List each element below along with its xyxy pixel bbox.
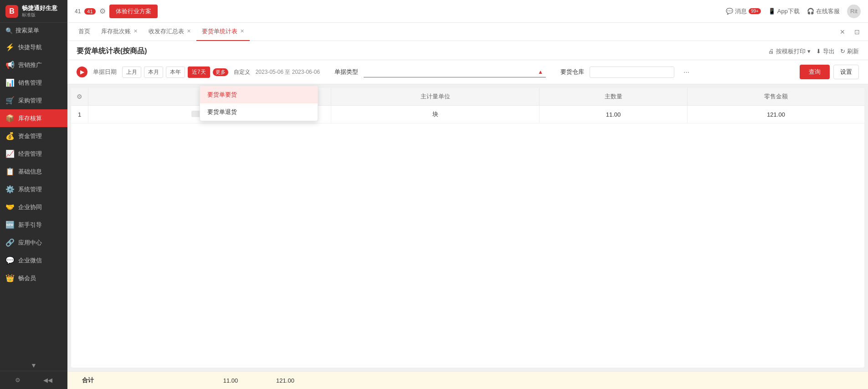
print-icon: 🖨 [768, 48, 774, 55]
print-dropdown-icon: ▾ [807, 48, 811, 55]
enterprise-icon: 🤝 [5, 203, 15, 211]
type-filter-arrow-icon[interactable]: ▲ [538, 69, 543, 75]
collapse-icon[interactable]: ◀◀ [41, 375, 54, 385]
user-avatar[interactable]: Rit [847, 5, 861, 18]
sidebar-scroll-down[interactable]: ▼ [0, 360, 67, 371]
query-btn[interactable]: 查询 [800, 65, 830, 79]
sidebar-item-label: 经营管理 [18, 150, 42, 158]
th-unit: 主计量单位 [331, 88, 539, 106]
print-btn[interactable]: 🖨 按模板打印 ▾ [768, 47, 811, 56]
main-area: 41 41 ⚙ 体验行业方案 💬 消息 99+ 📱 App下载 🎧 在线客服 R… [67, 0, 868, 389]
data-table-area: ⚙ 商品 主计量单位 主数量 零售金额 1 [71, 88, 864, 368]
footer-quantity: 11.00 [203, 377, 258, 384]
topbar-right: 💬 消息 99+ 📱 App下载 🎧 在线客服 Rit [726, 5, 861, 18]
sidebar-item-label: 企业协同 [18, 203, 42, 211]
tab-demand-close[interactable]: ✕ [240, 28, 244, 34]
filter-expand-btn[interactable]: ▶ [77, 67, 87, 77]
finance-icon: 💰 [5, 132, 15, 140]
more-dates-badge[interactable]: 更多 [213, 68, 228, 76]
sidebar-item-label: 基础信息 [18, 168, 42, 176]
sidebar-item-wechat[interactable]: 💬 企业微信 [0, 251, 67, 269]
user-name: Rit [850, 8, 858, 15]
shortcuts-icon: ⚡ [5, 43, 15, 51]
sidebar-search[interactable]: 🔍 搜索菜单 [0, 23, 67, 38]
sidebar-item-member[interactable]: 👑 畅会员 [0, 269, 67, 287]
refresh-label: 刷新 [847, 47, 859, 56]
topbar-count-badge: 41 [84, 8, 95, 15]
tab-summary[interactable]: 收发存汇总表 ✕ [143, 23, 196, 41]
tab-maximize-window[interactable]: ⊡ [852, 27, 863, 36]
topbar-gear-icon[interactable]: ⚙ [99, 7, 106, 15]
sidebar-item-operations[interactable]: 📈 经营管理 [0, 145, 67, 163]
sidebar-item-label: 营销推广 [18, 61, 42, 69]
refresh-icon: ↻ [840, 48, 845, 55]
tabs-end: ✕ ⊡ [837, 27, 863, 36]
sidebar-item-system[interactable]: ⚙️ 系统管理 [0, 180, 67, 198]
export-btn[interactable]: ⬇ 导出 [816, 47, 835, 56]
sidebar-item-label: 快捷导航 [18, 43, 42, 51]
date-btn-7days[interactable]: 近7天 [188, 67, 210, 78]
sidebar-item-basics[interactable]: 📋 基础信息 [0, 163, 67, 180]
logo-text: 畅捷通好生意 标准版 [22, 5, 57, 18]
sidebar-item-marketing[interactable]: 📢 营销推广 [0, 56, 67, 74]
tab-close-window[interactable]: ✕ [837, 27, 848, 36]
sidebar-item-sales[interactable]: 📊 销售管理 [0, 74, 67, 92]
content-area: 要货单统计表(按商品) 🖨 按模板打印 ▾ ⬇ 导出 ↻ 刷新 ▶ [67, 41, 868, 389]
topbar-breadcrumb: 41 [75, 8, 81, 15]
tab-batch[interactable]: 库存批次账 ✕ [96, 23, 143, 41]
inventory-icon: 📦 [5, 114, 15, 123]
date-btn-this-year[interactable]: 本年 [166, 67, 185, 78]
date-range-display: 2023-05-06 至 2023-06-06 [256, 68, 320, 76]
notification-label: 消息 [735, 7, 747, 15]
warehouse-filter-label: 要货仓库 [560, 68, 584, 76]
footer-label: 合计 [73, 376, 121, 384]
topbar-left: 41 41 ⚙ 体验行业方案 [75, 5, 720, 18]
search-icon: 🔍 [5, 27, 13, 34]
cell-index: 1 [71, 106, 88, 123]
sidebar-item-inventory[interactable]: 📦 库存核算 [0, 109, 67, 127]
cell-unit: 块 [331, 106, 539, 123]
settings-btn[interactable]: 设置 [833, 65, 859, 79]
notification-icon: 💬 [726, 8, 733, 15]
sidebar-item-appstore[interactable]: 🔗 应用中心 [0, 234, 67, 251]
sidebar-item-label: 企业微信 [18, 256, 42, 265]
dropdown-item-return-order[interactable]: 要货单退货 [200, 103, 318, 121]
type-filter-label: 单据类型 [334, 68, 358, 76]
sidebar-item-finance[interactable]: 💰 资金管理 [0, 127, 67, 145]
marketing-icon: 📢 [5, 61, 15, 69]
warehouse-filter-input[interactable] [590, 67, 674, 78]
cell-amount: 121.00 [688, 106, 864, 123]
tab-batch-close[interactable]: ✕ [134, 28, 138, 34]
table-row: 1 块 11.00 121.00 [71, 106, 864, 123]
date-filter-buttons: 上月 本月 本年 近7天 更多 [122, 67, 228, 78]
refresh-btn[interactable]: ↻ 刷新 [840, 47, 859, 56]
export-label: 导出 [823, 47, 835, 56]
logo-icon: B [5, 5, 18, 18]
type-filter-select[interactable]: ▲ [364, 67, 546, 77]
notification-item[interactable]: 💬 消息 99+ [726, 7, 761, 15]
settings-bottom-icon[interactable]: ⚙ [13, 375, 22, 385]
tab-demand[interactable]: 要货单统计表 ✕ [196, 23, 250, 41]
tab-summary-close[interactable]: ✕ [187, 28, 191, 34]
column-settings-icon[interactable]: ⚙ [77, 93, 82, 100]
filter-more-icon[interactable]: ⋯ [683, 69, 689, 76]
tab-home[interactable]: 首页 [73, 23, 96, 41]
topbar: 41 41 ⚙ 体验行业方案 💬 消息 99+ 📱 App下载 🎧 在线客服 R… [67, 0, 868, 23]
dropdown-item-demand-order[interactable]: 要货单要货 [200, 86, 318, 103]
date-btn-last-month[interactable]: 上月 [122, 67, 141, 78]
tab-batch-label: 库存批次账 [101, 27, 131, 36]
date-btn-this-month[interactable]: 本月 [144, 67, 163, 78]
sidebar-item-label: 畅会员 [18, 274, 36, 282]
type-filter-input[interactable] [364, 67, 546, 77]
custom-date-btn[interactable]: 自定义 [234, 68, 250, 76]
trial-btn[interactable]: 体验行业方案 [109, 5, 158, 18]
sidebar-item-shortcuts[interactable]: ⚡ 快捷导航 [0, 38, 67, 56]
th-quantity: 主数量 [539, 88, 688, 106]
th-settings[interactable]: ⚙ [71, 88, 88, 106]
sidebar-item-enterprise[interactable]: 🤝 企业协同 [0, 198, 67, 216]
sidebar-item-guide[interactable]: 🆕 新手引导 [0, 216, 67, 234]
app-download-item[interactable]: 📱 App下载 [768, 7, 800, 15]
sidebar-item-purchase[interactable]: 🛒 采购管理 [0, 92, 67, 109]
online-service-item[interactable]: 🎧 在线客服 [807, 7, 840, 15]
notification-badge: 99+ [749, 8, 761, 14]
